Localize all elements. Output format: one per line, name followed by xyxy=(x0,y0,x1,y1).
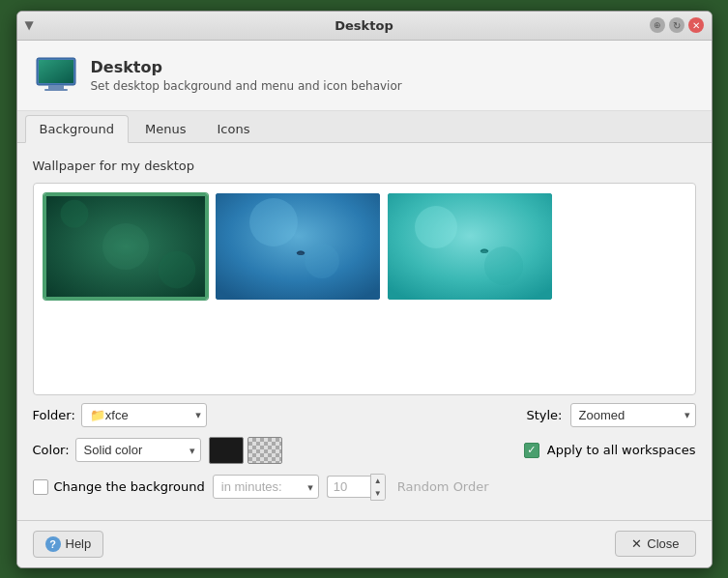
svg-point-10 xyxy=(249,198,298,246)
titlebar: ▼ Desktop ⊕ ↻ ✕ xyxy=(17,12,712,41)
style-group: Style: Zoomed Stretched Scaled Tiled Cen… xyxy=(526,403,695,427)
color-select[interactable]: Solid color Horizontal gradient Vertical… xyxy=(75,438,201,462)
wallpaper-item-3[interactable] xyxy=(388,193,552,300)
tab-icons[interactable]: Icons xyxy=(203,115,265,142)
random-order-label: Random Order xyxy=(397,479,489,494)
controls-section: Folder: 📁xfce Custom... Style: Zoomed St… xyxy=(33,395,696,505)
menu-icon[interactable]: ▼ xyxy=(25,18,34,32)
minutes-value-input[interactable] xyxy=(327,476,370,498)
style-select[interactable]: Zoomed Stretched Scaled Tiled Centered N… xyxy=(570,403,696,427)
wallpaper-item-2[interactable] xyxy=(216,193,380,300)
help-button[interactable]: ? Help xyxy=(33,531,104,558)
svg-point-6 xyxy=(60,199,88,227)
desktop-window: ▼ Desktop ⊕ ↻ ✕ xyxy=(16,11,713,568)
titlebar-left-controls: ▼ xyxy=(25,18,34,32)
svg-rect-2 xyxy=(48,85,64,89)
close-button[interactable]: ✕ Close xyxy=(615,531,695,557)
wallpaper-grid xyxy=(33,183,696,395)
tabs-bar: Background Menus Icons xyxy=(17,111,712,143)
color-swatch-primary[interactable] xyxy=(209,437,244,464)
style-select-wrapper: Zoomed Stretched Scaled Tiled Centered N… xyxy=(570,403,696,427)
change-background-checkbox[interactable] xyxy=(33,479,48,495)
titlebar-title: Desktop xyxy=(335,18,393,33)
tab-menus[interactable]: Menus xyxy=(131,115,200,142)
help-label: Help xyxy=(66,536,92,551)
svg-rect-9 xyxy=(216,193,380,300)
pin-button[interactable]: ⊕ xyxy=(650,17,665,33)
svg-point-15 xyxy=(484,246,523,285)
minutes-select-wrapper: in minutes: xyxy=(213,475,319,499)
folder-select-wrapper: 📁xfce Custom... xyxy=(81,403,207,427)
app-icon xyxy=(33,52,79,99)
svg-point-11 xyxy=(305,244,339,278)
svg-rect-3 xyxy=(44,89,68,91)
help-icon: ? xyxy=(45,536,61,552)
tab-content: Wallpaper for my desktop xyxy=(17,143,712,520)
svg-point-8 xyxy=(102,222,148,269)
header-text: Desktop Set desktop background and menu … xyxy=(91,58,402,93)
folder-label: Folder: xyxy=(33,408,75,422)
color-swatch-pattern[interactable] xyxy=(248,437,282,464)
svg-point-7 xyxy=(158,250,195,288)
change-background-label: Change the background xyxy=(54,479,205,494)
color-select-wrapper: Solid color Horizontal gradient Vertical… xyxy=(75,438,201,462)
apply-workspaces-label: Apply to all workspaces xyxy=(547,443,696,457)
minutes-down-button[interactable]: ▼ xyxy=(371,487,385,500)
minutes-spinner: ▲ ▼ xyxy=(370,474,386,501)
close-window-button[interactable]: ✕ xyxy=(688,17,704,33)
apply-workspaces-checkbox[interactable] xyxy=(524,443,539,458)
tab-background[interactable]: Background xyxy=(25,115,130,143)
style-label: Style: xyxy=(526,408,562,422)
svg-point-14 xyxy=(415,206,457,248)
wallpaper-section-label: Wallpaper for my desktop xyxy=(33,159,696,173)
change-background-row: Change the background in minutes: ▲ ▼ Ra… xyxy=(33,474,696,501)
svg-rect-4 xyxy=(39,60,73,83)
svg-rect-13 xyxy=(388,193,552,300)
color-label: Color: xyxy=(33,443,70,457)
close-label: Close xyxy=(647,536,679,551)
folder-select[interactable]: 📁xfce Custom... xyxy=(81,403,207,427)
app-subtitle: Set desktop background and menu and icon… xyxy=(91,79,402,93)
folder-style-row: Folder: 📁xfce Custom... Style: Zoomed St… xyxy=(33,403,696,427)
refresh-button[interactable]: ↻ xyxy=(669,17,684,33)
minutes-up-button[interactable]: ▲ xyxy=(371,475,385,487)
app-title: Desktop xyxy=(91,58,402,76)
minutes-input-group: ▲ ▼ xyxy=(327,474,386,501)
header: Desktop Set desktop background and menu … xyxy=(17,41,712,111)
close-x-icon: ✕ xyxy=(631,536,642,551)
footer: ? Help ✕ Close xyxy=(17,520,712,567)
color-workspace-row: Color: Solid color Horizontal gradient V… xyxy=(33,437,696,464)
wallpaper-item-1[interactable] xyxy=(44,193,208,300)
in-minutes-select[interactable]: in minutes: xyxy=(213,475,319,499)
apply-workspace-group: Apply to all workspaces xyxy=(524,443,696,458)
titlebar-controls: ⊕ ↻ ✕ xyxy=(650,17,704,33)
